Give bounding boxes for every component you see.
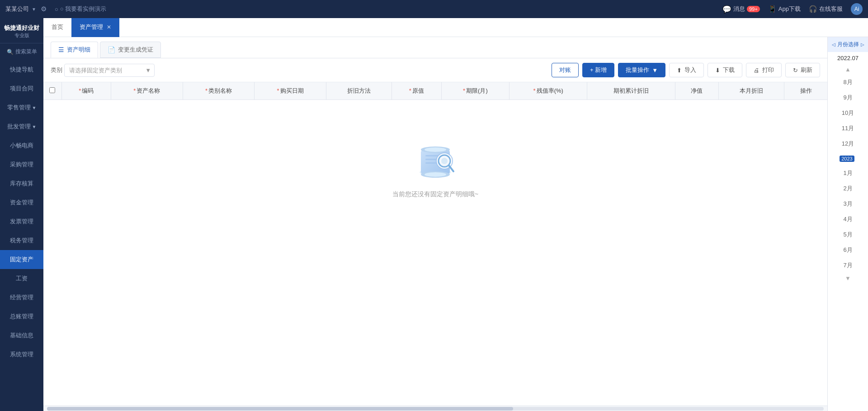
tab-home-label: 首页	[52, 23, 63, 31]
th-purchase-date: *购买日期	[255, 82, 326, 100]
panel-left-arrow[interactable]: ◁	[832, 42, 835, 47]
category-select[interactable]: 请选择固定资产类别	[64, 64, 155, 77]
app-download-icon: 📱	[768, 5, 777, 13]
message-button[interactable]: 💬 消息 99+	[722, 5, 760, 14]
tab-asset-management[interactable]: 资产管理 ✕	[71, 18, 119, 37]
refresh-button[interactable]: ↻ 刷新	[785, 63, 820, 77]
sidebar-item-inventory[interactable]: 库存核算	[0, 174, 43, 193]
print-label: 打印	[762, 66, 774, 74]
list-icon: ☰	[58, 46, 64, 53]
th-period-months: *期限(月)	[441, 82, 509, 100]
add-button[interactable]: + 新增	[582, 63, 614, 77]
month-down-button[interactable]: ▼	[828, 273, 868, 283]
sidebar-item-operations[interactable]: 经营管理	[0, 288, 43, 307]
empty-state-row: 当前您还没有固定资产明细哦~	[43, 100, 827, 235]
month-item-7[interactable]: 7月	[828, 258, 868, 273]
month-item-8[interactable]: 8月	[828, 75, 868, 90]
sidebar-item-tax[interactable]: 税务管理	[0, 231, 43, 250]
sidebar-item-general-ledger[interactable]: 总账管理	[0, 307, 43, 326]
sidebar-item-invoice[interactable]: 发票管理	[0, 212, 43, 231]
sub-tab-asset-detail-label: 资产明细	[67, 46, 90, 54]
month-item-1[interactable]: 1月	[828, 165, 868, 181]
month-item-4[interactable]: 4月	[828, 212, 868, 227]
headset-icon: 🎧	[809, 5, 817, 13]
month-up-button[interactable]: ▲	[828, 64, 868, 75]
app-download-button[interactable]: 📱 App下载	[768, 5, 801, 13]
top-bar: 某某公司 ▼ ⚙ ○ 我要看实例演示 💬 消息 99+ 📱 App下载 🎧 在线…	[0, 0, 868, 18]
search-menu-label: 搜索菜单	[15, 48, 37, 56]
table-header-row: *编码 *资产名称 *类别名称 *购买日期 折旧方法 *原值 *期限(月) *残…	[43, 82, 827, 100]
sidebar-item-purchase[interactable]: 采购管理	[0, 155, 43, 174]
svg-point-3	[425, 147, 446, 152]
sidebar-item-ecommerce[interactable]: 小畅电商	[0, 136, 43, 155]
th-accumulated-depreciation: 期初累计折旧	[587, 82, 675, 100]
content-area: ☰ 资产明细 📄 变更生成凭证 类别 请选择固定资产类别	[43, 37, 868, 411]
search-menu-button[interactable]: 🔍 搜索菜单	[0, 43, 43, 60]
message-icon: 💬	[722, 5, 731, 14]
company-dropdown-arrow: ▼	[32, 7, 36, 12]
message-label: 消息	[733, 5, 745, 13]
reconcile-button[interactable]: 对账	[552, 63, 579, 77]
download-icon: ⬇	[715, 67, 720, 74]
sub-tab-asset-detail[interactable]: ☰ 资产明细	[51, 42, 98, 58]
sidebar-item-system-management[interactable]: 系统管理	[0, 345, 43, 364]
horizontal-scrollbar[interactable]	[43, 406, 827, 411]
sub-tab-change-voucher[interactable]: 📄 变更生成凭证	[100, 42, 161, 58]
batch-ops-button[interactable]: 批量操作 ▼	[618, 63, 665, 77]
import-button[interactable]: ⬆ 导入	[669, 63, 704, 77]
print-icon: 🖨	[754, 67, 760, 74]
panel-right-arrow[interactable]: ▷	[861, 42, 864, 47]
table-wrapper: *编码 *资产名称 *类别名称 *购买日期 折旧方法 *原值 *期限(月) *残…	[43, 82, 827, 406]
company-name: 某某公司	[5, 5, 29, 13]
asset-table: *编码 *资产名称 *类别名称 *购买日期 折旧方法 *原值 *期限(月) *残…	[43, 82, 827, 235]
category-label: 类别	[51, 66, 62, 74]
online-service-button[interactable]: 🎧 在线客服	[809, 5, 843, 13]
month-panel: ◁ 月份选择 ▷ 2022.07 ▲ 8月 9月 10月 11月 12月 202…	[827, 37, 868, 411]
select-all-checkbox[interactable]	[49, 87, 55, 93]
sidebar-item-payroll[interactable]: 工资	[0, 269, 43, 288]
current-month-year[interactable]: 2022.07	[828, 52, 868, 64]
sidebar-item-project-contract[interactable]: 项目合同	[0, 79, 43, 98]
month-item-5[interactable]: 5月	[828, 227, 868, 242]
tab-home[interactable]: 首页	[43, 18, 71, 37]
month-item-2[interactable]: 2月	[828, 181, 868, 196]
dropdown-arrow-icon: ▼	[652, 67, 658, 74]
month-panel-header-label: 月份选择	[837, 41, 859, 48]
sidebar-label-purchase: 采购管理	[10, 161, 33, 169]
add-label: + 新增	[590, 66, 607, 74]
month-item-9[interactable]: 9月	[828, 90, 868, 105]
download-button[interactable]: ⬇ 下载	[708, 63, 742, 77]
arrow-icon: ▼	[32, 124, 37, 129]
company-selector[interactable]: 某某公司 ▼	[5, 5, 36, 13]
sub-tab-change-voucher-label: 变更生成凭证	[118, 46, 153, 54]
app-name: 畅捷通好业财	[4, 24, 40, 32]
empty-state: 当前您还没有固定资产明细哦~	[43, 100, 827, 235]
sidebar-label-fixed-assets: 固定资产	[10, 255, 33, 264]
sidebar-item-fixed-assets[interactable]: 固定资产	[0, 250, 43, 269]
month-item-11[interactable]: 11月	[828, 121, 868, 136]
th-net-value: 净值	[675, 82, 718, 100]
demo-link[interactable]: ○ 我要看实例演示	[55, 5, 106, 13]
month-item-3[interactable]: 3月	[828, 196, 868, 212]
month-item-12[interactable]: 12月	[828, 136, 868, 151]
empty-text: 当前您还没有固定资产明细哦~	[392, 190, 478, 198]
month-item-10[interactable]: 10月	[828, 105, 868, 121]
month-panel-header: ◁ 月份选择 ▷	[828, 37, 868, 52]
sidebar-item-retail-management[interactable]: 零售管理 ▼	[0, 98, 43, 117]
toolbar: 类别 请选择固定资产类别 ▼ 对账 + 新增	[43, 58, 827, 82]
th-residual-rate: *残值率(%)	[509, 82, 587, 100]
sidebar-label-ecommerce: 小畅电商	[10, 142, 33, 150]
sidebar-item-wholesale-management[interactable]: 批发管理 ▼	[0, 117, 43, 136]
print-button[interactable]: 🖨 打印	[746, 63, 782, 77]
th-checkbox	[43, 82, 61, 100]
svg-point-5	[425, 172, 446, 177]
th-code: *编码	[61, 82, 111, 100]
sidebar-label-payroll: 工资	[16, 274, 28, 283]
tab-close-icon[interactable]: ✕	[107, 24, 111, 30]
month-item-6[interactable]: 6月	[828, 242, 868, 258]
sidebar-item-fund[interactable]: 资金管理	[0, 193, 43, 212]
user-avatar[interactable]: Ai	[851, 3, 863, 15]
sidebar-item-quick-nav[interactable]: 快捷导航	[0, 60, 43, 79]
sidebar-item-basic-info[interactable]: 基础信息	[0, 326, 43, 345]
settings-icon[interactable]: ⚙	[41, 5, 47, 13]
